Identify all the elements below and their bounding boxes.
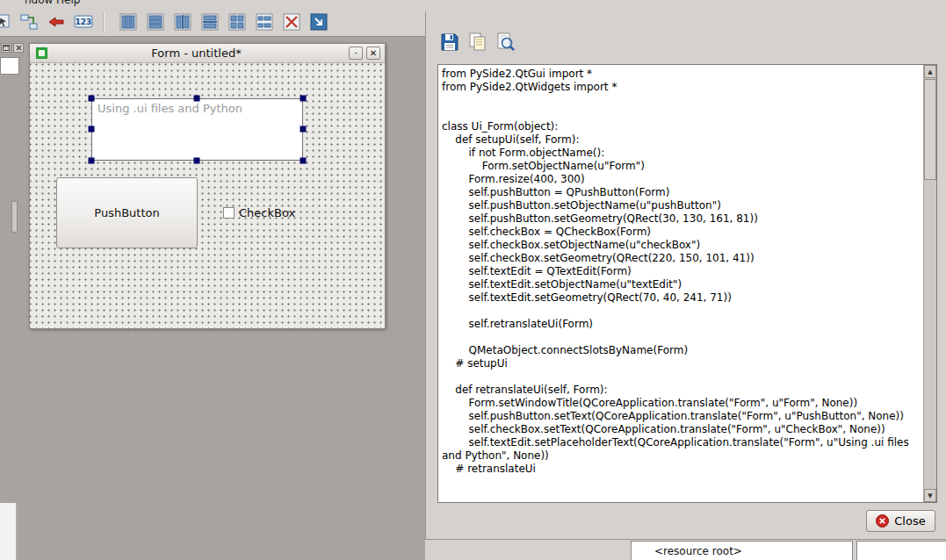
pushbutton-label: PushButton: [94, 206, 159, 219]
workspace: Form - untitled* - ✕ Using .ui files and…: [0, 36, 425, 560]
layout-horizontal-splitter-icon: [172, 11, 193, 32]
selection-handle[interactable]: [89, 126, 95, 133]
menu-help[interactable]: Help: [56, 0, 80, 6]
scrollbar-thumb[interactable]: [924, 79, 936, 180]
layout-horizontal-splitter-button[interactable]: [172, 11, 193, 32]
save-button[interactable]: [438, 31, 461, 54]
layout-horizontal-icon: [118, 11, 139, 32]
layout-vertical-icon: [145, 11, 166, 32]
close-button-label: Close: [894, 514, 925, 528]
dock-float-button[interactable]: [1, 43, 11, 53]
checkbox-label: CheckBox: [239, 206, 295, 219]
resource-side-panel: [856, 541, 946, 560]
layout-grid-button[interactable]: [227, 11, 248, 32]
edit-signals-slots-icon: [18, 11, 40, 32]
main-toolbar: 123: [0, 7, 425, 36]
copy-button[interactable]: [466, 31, 489, 54]
layout-form-icon: [254, 11, 275, 32]
code-dialog-toolbar: [438, 31, 517, 54]
find-button[interactable]: [495, 31, 517, 54]
bottom-strip: <resource root>: [425, 540, 946, 560]
selection-handle[interactable]: [89, 96, 95, 102]
textedit-placeholder: Using .ui files and Python: [97, 102, 242, 115]
edit-buddies-button[interactable]: [46, 11, 67, 32]
adjust-size-icon: [308, 11, 329, 32]
save-icon: [439, 32, 460, 53]
layout-vertically-button[interactable]: [145, 11, 166, 32]
form-window-titlebar[interactable]: Form - untitled* - ✕: [30, 44, 385, 63]
dock-close-icon: [16, 45, 22, 51]
textedit-widget[interactable]: Using .ui files and Python: [91, 98, 303, 161]
pushbutton-widget[interactable]: PushButton: [56, 177, 198, 248]
form-editor-window: Form - untitled* - ✕ Using .ui files and…: [29, 43, 386, 329]
selection-handle[interactable]: [89, 158, 95, 164]
layout-form-button[interactable]: [254, 11, 275, 32]
form-window-title: Form - untitled*: [47, 47, 345, 60]
code-view: from PySide2.QtGui import * from PySide2…: [437, 64, 937, 503]
minimize-button[interactable]: -: [349, 47, 363, 60]
checkbox-widget[interactable]: CheckBox: [223, 195, 312, 231]
edit-tab-order-button[interactable]: 123: [73, 11, 94, 32]
selection-handle[interactable]: [300, 96, 307, 102]
find-icon: [495, 32, 516, 53]
selection-handle[interactable]: [194, 158, 200, 164]
code-scrollbar[interactable]: ▲ ▼: [923, 65, 936, 502]
resource-browser-panel: <resource root>: [631, 541, 853, 560]
selection-handle[interactable]: [194, 96, 200, 102]
selection-handle[interactable]: [300, 126, 307, 133]
tab-order-digits: 123: [76, 18, 92, 26]
widgetbox-scrollbar-thumb[interactable]: [11, 201, 18, 233]
code-text[interactable]: from PySide2.QtGui import * from PySide2…: [438, 65, 923, 502]
edit-widgets-button[interactable]: [0, 11, 12, 32]
edit-buddies-icon: [46, 11, 67, 32]
widgetbox-panel-edge: [0, 503, 17, 560]
toolbar-separator: [103, 12, 105, 32]
dock-close-button[interactable]: [13, 43, 24, 53]
dialog-close-icon: [876, 514, 889, 528]
dock-float-icon: [3, 45, 10, 51]
selection-handle[interactable]: [300, 158, 307, 164]
qt-designer-screen: ndow Help 123: [0, 0, 946, 560]
copy-icon: [467, 32, 488, 53]
checkbox-indicator[interactable]: [223, 207, 235, 219]
break-layout-icon: [281, 11, 302, 32]
menu-window[interactable]: ndow: [25, 0, 53, 6]
form-canvas[interactable]: Using .ui files and Python PushButton Ch…: [30, 63, 385, 328]
layout-vertical-splitter-button[interactable]: [199, 11, 220, 32]
edit-widgets-icon: [0, 11, 12, 32]
code-preview-dialog: from PySide2.QtGui import * from PySide2…: [425, 11, 946, 540]
scroll-up-button[interactable]: ▲: [924, 65, 936, 78]
menubar: ndow Help: [0, 0, 425, 7]
edit-tab-order-icon: 123: [73, 11, 94, 32]
break-layout-button[interactable]: [281, 11, 302, 32]
window-close-button[interactable]: ✕: [366, 47, 380, 60]
close-button[interactable]: Close: [866, 510, 935, 532]
form-file-icon: [36, 47, 47, 59]
edit-signals-slots-button[interactable]: [18, 11, 40, 32]
scroll-down-button[interactable]: ▼: [924, 489, 936, 502]
layout-grid-icon: [227, 11, 248, 32]
layout-vertical-splitter-icon: [199, 11, 220, 32]
resource-root-item[interactable]: <resource root>: [654, 545, 742, 557]
adjust-size-button[interactable]: [308, 11, 329, 32]
layout-horizontally-button[interactable]: [118, 11, 139, 32]
widgetbox-filter-field[interactable]: [0, 57, 19, 75]
